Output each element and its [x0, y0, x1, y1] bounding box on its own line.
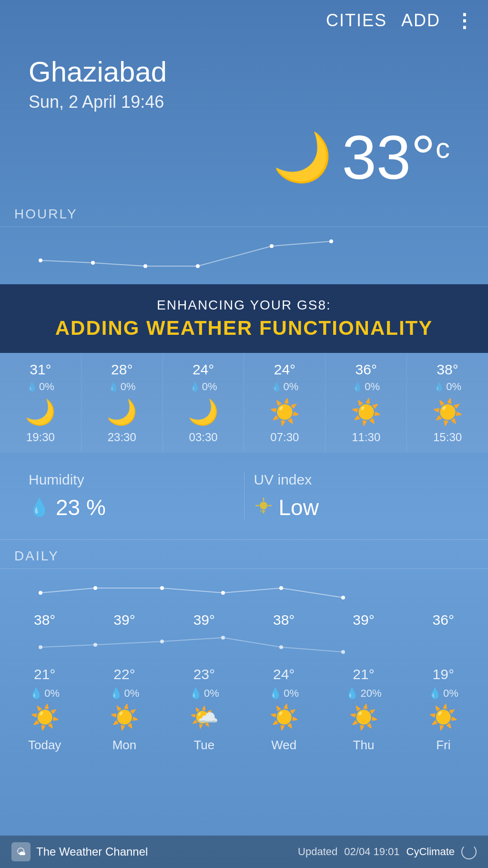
humidity-box: Humidity 💧 23 %: [19, 472, 244, 520]
updated-value: 02/04 19:01: [344, 846, 399, 858]
hero-section: Ghaziabad Sun, 2 April 19:46 🌙 33°c: [0, 41, 488, 198]
hourly-item: 24° 💧0% 🌙 03:30: [163, 353, 244, 453]
daily-high-col: 39°: [324, 612, 403, 628]
daily-day-label: Fri: [436, 738, 450, 753]
daily-low-col: 21°: [324, 666, 403, 682]
uv-box: UV index UV Low: [244, 472, 469, 520]
svg-point-21: [221, 636, 225, 640]
updated-label: Updated: [298, 846, 337, 858]
rain-drop-icon: 💧: [27, 382, 37, 392]
svg-point-17: [341, 596, 345, 599]
svg-point-20: [160, 640, 164, 643]
rain-icon: 💧: [30, 687, 42, 700]
svg-point-3: [196, 264, 200, 268]
daily-weather-icon: ☀️: [349, 703, 378, 731]
hourly-weather-icon: ☀️: [432, 398, 463, 427]
hourly-time: 23:30: [108, 431, 136, 444]
rain-drop-icon: 💧: [108, 382, 119, 392]
hourly-temp: 36°: [356, 362, 377, 378]
hourly-time: 11:30: [352, 431, 380, 444]
hourly-time: 07:30: [270, 431, 299, 444]
hourly-temp: 38°: [437, 362, 458, 378]
daily-icons-section: 💧0% ☀️ Today 💧0% ☀️ Mon 💧0% 🌤️ Tue 💧0% ☀…: [0, 682, 488, 781]
hourly-temp: 24°: [193, 362, 214, 378]
daily-weather-icon: ☀️: [110, 703, 139, 731]
svg-point-4: [270, 244, 274, 248]
rain-drop-icon: 💧: [352, 382, 363, 392]
daily-low-col: 22°: [84, 666, 164, 682]
daily-day-label: Tue: [193, 738, 214, 753]
daily-highs: 38°39°39°38°39°36°: [0, 612, 488, 628]
banner: ENHANCING YOUR GS8: ADDING WEATHER FUNCT…: [0, 284, 488, 353]
daily-low-col: 21°: [5, 666, 84, 682]
svg-point-5: [329, 239, 333, 243]
hourly-curve-svg: [0, 232, 488, 270]
hourly-weather-icon: 🌙: [188, 398, 219, 427]
daily-low-temp: 19°: [433, 666, 454, 682]
svg-point-6: [260, 502, 267, 509]
svg-point-19: [93, 643, 97, 647]
daily-low-temp: 21°: [353, 666, 374, 682]
daily-rain: 💧0%: [428, 687, 458, 700]
hourly-time: 19:30: [26, 431, 55, 444]
hourly-temp: 24°: [274, 362, 295, 378]
hourly-item: 24° 💧0% ☀️ 07:30: [244, 353, 325, 453]
temperature-row: 🌙 33°c: [29, 126, 459, 188]
daily-icon-col: 💧0% ☀️ Mon: [84, 687, 164, 753]
add-button[interactable]: ADD: [401, 10, 440, 31]
daily-low-temp: 21°: [34, 666, 55, 682]
rain-pct: 💧0%: [27, 381, 54, 393]
temperature-value: 33°c: [342, 126, 450, 188]
footer-update: Updated 02/04 19:01 CyClimate: [298, 844, 477, 859]
rain-icon: 💧: [189, 687, 202, 700]
cyclimate-label: CyClimate: [407, 846, 455, 858]
daily-low-curve: [0, 628, 488, 666]
hourly-temp: 31°: [30, 362, 51, 378]
daily-high-temp: 39°: [353, 612, 374, 628]
daily-day-label: Mon: [112, 738, 137, 753]
hourly-weather-icon: ☀️: [269, 398, 300, 427]
city-date: Sun, 2 April 19:46: [29, 92, 459, 112]
svg-point-16: [279, 586, 283, 590]
rain-drop-icon: 💧: [434, 382, 444, 392]
refresh-icon[interactable]: [461, 844, 477, 859]
svg-point-2: [143, 264, 147, 268]
daily-low-temp: 24°: [273, 666, 295, 682]
svg-point-14: [160, 586, 164, 590]
rain-pct: 💧0%: [108, 381, 136, 393]
hourly-weather-icon: 🌙: [25, 398, 56, 427]
rain-drop-icon: 💧: [190, 382, 200, 392]
daily-high-col: 39°: [164, 612, 244, 628]
svg-point-18: [39, 645, 42, 649]
svg-point-0: [39, 258, 42, 262]
svg-point-22: [279, 645, 283, 649]
daily-day-label: Today: [28, 738, 61, 753]
daily-high-svg: [0, 574, 488, 607]
hourly-container: 31° 💧0% 🌙 19:30 28° 💧0% 🌙 23:30 24° 💧0% …: [0, 353, 488, 453]
svg-point-13: [93, 586, 97, 590]
menu-button[interactable]: ⋮: [455, 10, 474, 31]
daily-day-label: Thu: [353, 738, 375, 753]
hourly-item: 28° 💧0% 🌙 23:30: [81, 353, 163, 453]
daily-high-temp: 39°: [113, 612, 135, 628]
uv-icon: UV: [254, 496, 273, 519]
daily-rain: 💧0%: [189, 687, 219, 700]
hourly-weather-icon: 🌙: [106, 398, 137, 427]
rain-pct: 💧0%: [352, 381, 380, 393]
hourly-item: 38° 💧0% ☀️ 15:30: [407, 353, 488, 453]
cities-button[interactable]: CITIES: [326, 10, 387, 31]
daily-high-col: 38°: [244, 612, 324, 628]
svg-point-12: [39, 591, 42, 595]
daily-weather-icon: ☀️: [269, 703, 299, 731]
rain-pct: 💧0%: [190, 381, 217, 393]
daily-low-col: 19°: [404, 666, 483, 682]
stats-row: Humidity 💧 23 % UV index UV Low: [0, 453, 488, 539]
rain-icon: 💧: [428, 687, 441, 700]
banner-title: ADDING WEATHER FUNCTIONALITY: [10, 317, 478, 340]
daily-low-svg: [0, 628, 488, 661]
daily-rain: 💧0%: [269, 687, 299, 700]
daily-high-temp: 39°: [193, 612, 215, 628]
rain-pct: 💧0%: [434, 381, 461, 393]
daily-icon-col: 💧0% 🌤️ Tue: [164, 687, 244, 753]
daily-weather-icon: ☀️: [428, 703, 458, 731]
